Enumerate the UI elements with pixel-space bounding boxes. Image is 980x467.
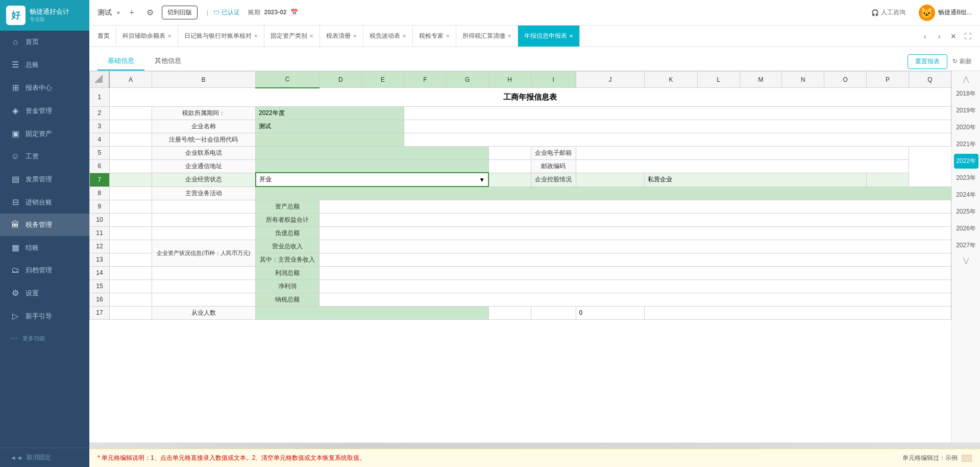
sidebar-item-payroll[interactable]: ☺ 工资 [0,145,89,168]
tab-subject[interactable]: 科目辅助余额表 ✕ [116,26,178,47]
tab-tax-fluctuation-close[interactable]: ✕ [402,33,406,39]
sidebar-item-settings[interactable]: ⚙ 设置 [0,282,89,305]
cell-12a[interactable] [109,240,152,253]
cell-17a[interactable] [109,306,152,319]
year-2021[interactable]: 2021年 [954,137,978,152]
cell-11a[interactable] [109,226,152,240]
calendar-icon[interactable]: 📅 [290,9,298,16]
sidebar-item-tax[interactable]: 🏛 税务管理 [0,214,89,236]
row-num-7[interactable]: 7 [90,173,110,186]
sidebar-item-assets[interactable]: ▣ 固定资产 [0,122,89,145]
cell-7l[interactable]: 私营企业 [645,173,867,186]
cell-13a[interactable] [109,253,152,266]
cell-15b[interactable] [152,279,255,293]
tab-fixed-asset-close[interactable]: ✕ [309,33,313,39]
year-2026[interactable]: 2026年 [954,221,978,236]
cell-14d[interactable] [320,266,951,279]
year-2019[interactable]: 2019年 [954,103,978,118]
row-num-4[interactable]: 4 [90,133,110,146]
sidebar-collapse-btn[interactable]: ◄◄ 取消固定 [0,448,89,467]
settings-button[interactable]: ⚙ [143,6,157,19]
consult-button[interactable]: 🎧 人工咨询 [871,8,905,17]
year-2018[interactable]: 2018年 [954,86,978,101]
cell-9d[interactable] [320,200,951,213]
tab-tax-table[interactable]: 税表清册 ✕ [320,26,363,47]
year-2025[interactable]: 2025年 [954,204,978,219]
year-up-btn[interactable]: ⋀ [961,73,971,85]
cell-7k[interactable] [576,173,645,186]
tab-fullscreen-btn[interactable]: ⛶ [962,30,974,42]
cell-16b[interactable] [152,293,255,306]
cell-3a[interactable] [109,120,152,133]
row-num-9[interactable]: 9 [90,200,110,213]
sidebar-item-home[interactable]: ⌂ 首页 [0,31,89,53]
cell-16d[interactable] [320,293,951,306]
row-num-6[interactable]: 6 [90,159,110,173]
cell-4a[interactable] [109,133,152,146]
col-j[interactable]: J [576,72,645,88]
cell-2a[interactable] [109,106,152,120]
row-num-13[interactable]: 13 [90,253,110,266]
sidebar-item-closing[interactable]: ▦ 结账 [0,236,89,259]
year-2027[interactable]: 2027年 [954,238,978,253]
cell-17c[interactable] [256,306,489,319]
cell-6i[interactable] [488,159,531,173]
sidebar-item-more[interactable]: ⋯ 更多功能 [0,328,89,349]
col-q[interactable]: Q [909,72,951,88]
cell-14b[interactable] [152,266,255,279]
row-num-15[interactable]: 15 [90,279,110,293]
cell-5c[interactable] [256,146,489,159]
cell-2f[interactable] [404,106,951,120]
col-d[interactable]: D [320,72,362,88]
cell-10b[interactable] [152,213,255,226]
row-num-11[interactable]: 11 [90,226,110,240]
old-version-button[interactable]: 切到旧版 [162,6,198,19]
cell-13d[interactable] [320,253,951,266]
col-g[interactable]: G [446,72,488,88]
row-num-12[interactable]: 12 [90,240,110,253]
cell-15a[interactable] [109,279,152,293]
sidebar-item-ledger[interactable]: ☰ 总账 [0,53,89,76]
sidebar-item-archive[interactable]: 🗂 归档管理 [0,259,89,282]
cell-15d[interactable] [320,279,951,293]
tab-subject-close[interactable]: ✕ [167,33,172,39]
tab-annual-report[interactable]: 年报信息申报表 ✕ [518,26,580,47]
year-down-btn[interactable]: ⋁ [961,254,971,266]
reset-report-button[interactable]: 重置报表 [908,54,947,69]
sub-tab-other[interactable]: 其他信息 [144,52,191,71]
dropdown-arrow-icon[interactable]: ▼ [479,176,485,183]
col-e[interactable]: E [362,72,404,88]
cell-9a[interactable] [109,200,152,213]
tab-journal-close[interactable]: ✕ [254,33,258,39]
tab-income-tax-close[interactable]: ✕ [507,33,511,39]
row-num-8[interactable]: 8 [90,186,110,200]
cell-11d[interactable] [320,226,951,240]
row-num-5[interactable]: 5 [90,146,110,159]
cell-17h[interactable] [488,306,531,319]
tab-tax-fluctuation[interactable]: 税负波动表 ✕ [363,26,413,47]
cell-7a[interactable] [109,173,152,186]
col-n[interactable]: N [782,72,824,88]
cell-6a[interactable] [109,159,152,173]
cell-10d[interactable] [320,213,951,226]
tab-journal[interactable]: 日记账与银行对账单核对 ✕ [178,26,264,47]
tab-annual-report-close[interactable]: ✕ [569,33,573,39]
cell-4c[interactable] [256,133,404,146]
sub-tab-basic[interactable]: 基础信息 [97,52,144,71]
tab-income-tax[interactable]: 所得税汇算清缴 ✕ [456,26,518,47]
col-i[interactable]: I [531,72,576,88]
sidebar-item-report[interactable]: ⊞ 报表中心 [0,76,89,99]
sidebar-item-guide[interactable]: ▷ 新手引导 [0,305,89,328]
cell-6k[interactable] [576,159,909,173]
cell-2c[interactable]: 2022年度 [256,106,404,120]
cell-7i[interactable] [488,173,531,186]
row-num-16[interactable]: 16 [90,293,110,306]
cell-17j[interactable]: 0 [576,306,645,319]
col-h[interactable]: H [488,72,531,88]
col-m[interactable]: M [740,72,782,88]
row-num-14[interactable]: 14 [90,266,110,279]
cell-11b[interactable] [152,226,255,240]
tab-tax-check[interactable]: 税检专家 ✕ [413,26,456,47]
cell-5i[interactable] [488,146,531,159]
cell-3c[interactable]: 测试 [256,120,404,133]
